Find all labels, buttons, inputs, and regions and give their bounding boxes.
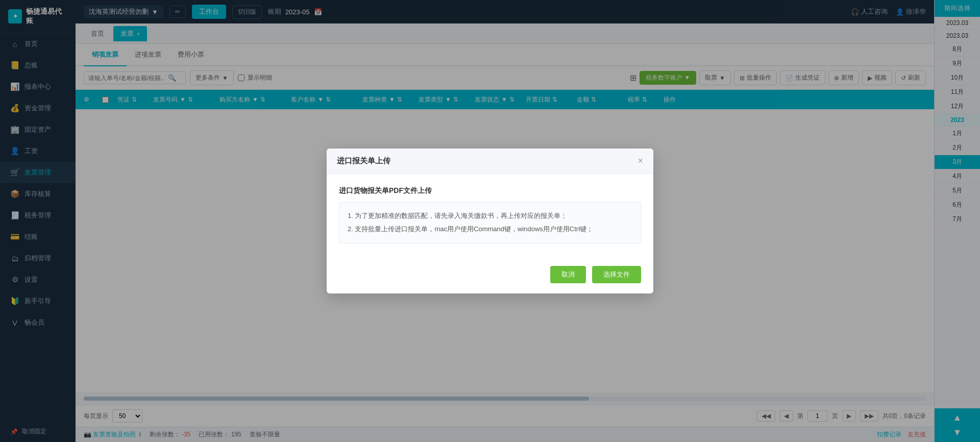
modal-info-item-1: 1. 为了更加精准的数据匹配，请先录入海关缴款书，再上传对应的报关单； (348, 209, 632, 223)
import-customs-modal: 进口报关单上传 × 进口货物报关单PDF文件上传 1. 为了更加精准的数据匹配，… (327, 149, 653, 293)
modal-info-box: 1. 为了更加精准的数据匹配，请先录入海关缴款书，再上传对应的报关单； 2. 支… (339, 202, 641, 243)
modal-close-btn[interactable]: × (638, 156, 643, 166)
modal-body: 进口货物报关单PDF文件上传 1. 为了更加精准的数据匹配，请先录入海关缴款书，… (327, 174, 653, 260)
modal-overlay[interactable]: 进口报关单上传 × 进口货物报关单PDF文件上传 1. 为了更加精准的数据匹配，… (0, 0, 980, 442)
modal-section-title: 进口货物报关单PDF文件上传 (339, 186, 641, 195)
modal-footer: 取消 选择文件 (327, 260, 653, 293)
modal-confirm-btn[interactable]: 选择文件 (592, 266, 641, 283)
modal-cancel-btn[interactable]: 取消 (550, 266, 586, 283)
modal-title: 进口报关单上传 (337, 156, 390, 166)
modal-header: 进口报关单上传 × (327, 149, 653, 174)
modal-info-item-2: 2. 支持批量上传进口报关单，mac用户使用Command键，windows用户… (348, 223, 632, 236)
